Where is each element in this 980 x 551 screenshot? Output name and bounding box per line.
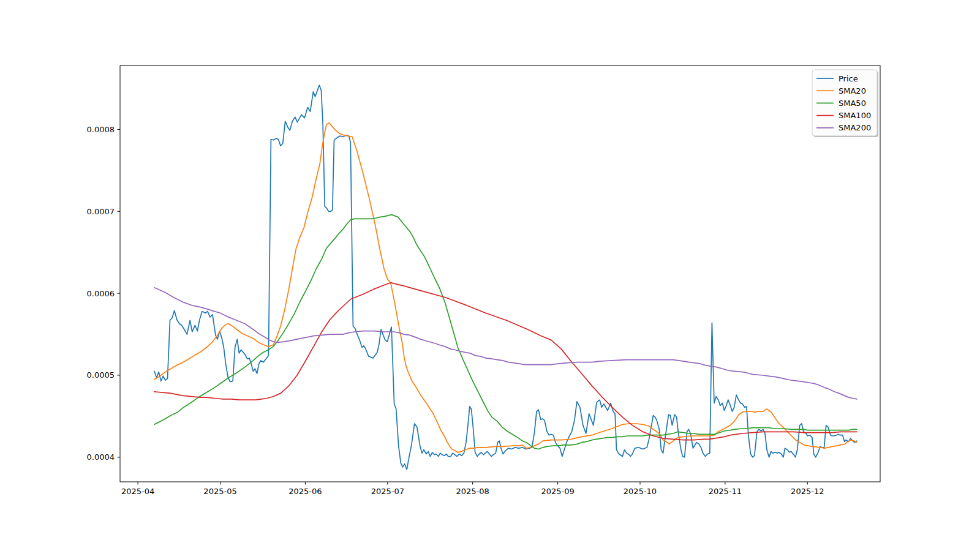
series-sma20-line [154, 123, 857, 452]
legend-label-sma100: SMA100 [839, 111, 871, 120]
plot-area: 2025-042025-052025-062025-072025-082025-… [87, 66, 881, 496]
x-tick-label: 2025-12 [791, 487, 824, 496]
x-tick-label: 2025-09 [541, 487, 574, 496]
x-tick-label: 2025-05 [203, 487, 236, 496]
legend-label-price: Price [839, 74, 858, 83]
legend-label-sma20: SMA20 [839, 86, 866, 96]
x-tick-label: 2025-04 [121, 487, 154, 496]
x-tick-label: 2025-06 [288, 487, 322, 496]
x-tick-label: 2025-10 [624, 487, 657, 496]
x-tick-label: 2025-11 [709, 487, 742, 496]
price-sma-chart: 2025-042025-052025-062025-072025-082025-… [0, 0, 980, 551]
y-tick-label: 0.0008 [87, 125, 115, 134]
x-tick-label: 2025-07 [371, 487, 404, 496]
plot-spines [120, 66, 880, 482]
legend-label-sma200: SMA200 [839, 123, 871, 132]
y-tick-label: 0.0005 [87, 370, 115, 380]
legend: Price SMA20 SMA50 SMA100 SMA200 [812, 70, 878, 137]
y-tick-label: 0.0006 [87, 289, 115, 298]
y-tick-label: 0.0004 [87, 452, 115, 462]
series-sma50-line [154, 215, 857, 449]
figure: 2025-042025-052025-062025-072025-082025-… [0, 0, 980, 551]
y-tick-label: 0.0007 [87, 207, 115, 216]
legend-label-sma50: SMA50 [839, 99, 866, 108]
x-tick-label: 2025-08 [456, 487, 489, 496]
